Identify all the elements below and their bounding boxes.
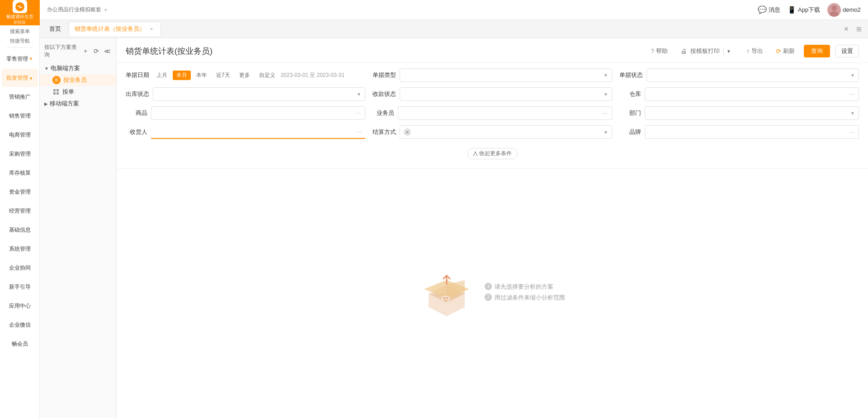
svg-rect-4 bbox=[57, 89, 59, 91]
refresh-btn[interactable]: ⟳ 刷新 bbox=[772, 45, 798, 57]
product-input[interactable]: ··· bbox=[151, 106, 365, 120]
collapse-panel-btn[interactable]: ≪ bbox=[103, 47, 112, 56]
tree-child-sales-rep[interactable]: 按 按业务员 bbox=[40, 74, 116, 86]
left-panel-header: 按以下方案查询 ＋ ⟳ ≪ bbox=[40, 42, 116, 62]
tab-home-label: 首页 bbox=[49, 25, 61, 33]
filter-row-4: 收货人 ··· 结算方式 × ▼ 品牌 bbox=[126, 125, 859, 139]
sidebar-item-appcenter[interactable]: 应用中心 bbox=[2, 297, 38, 315]
sidebar-item-finance[interactable]: 资金管理 bbox=[2, 183, 38, 201]
page-title: 销货单统计表(按业务员) bbox=[126, 46, 212, 57]
empty-step-1: 1 请先选择要分析的方案 bbox=[485, 283, 565, 291]
print-btn[interactable]: 🖨 按模板打印 ▼ bbox=[677, 43, 737, 59]
user-name: demo2 bbox=[843, 6, 861, 13]
filter-receipt-status: 收款状态 ▼ bbox=[373, 87, 612, 101]
svg-rect-3 bbox=[53, 89, 56, 91]
settings-btn[interactable]: 设置 bbox=[835, 45, 859, 57]
sidebar-item-system[interactable]: 系统管理 bbox=[2, 240, 38, 258]
sidebar-item-finance-label: 资金管理 bbox=[9, 188, 31, 196]
date-tab-custom[interactable]: 自定义 bbox=[255, 71, 279, 80]
tab-close-btn[interactable]: × bbox=[148, 25, 155, 33]
left-panel-icons: ＋ ⟳ ≪ bbox=[81, 47, 112, 56]
sidebar-item-purchase-label: 采购管理 bbox=[9, 150, 31, 158]
consignee-input[interactable]: ··· bbox=[151, 125, 365, 139]
main-area: 办公用品行业模拟账套 ▼ 💬 消息 📱 App下载 demo2 首页 bbox=[40, 0, 868, 418]
sidebar-item-sales-label: 销售管理 bbox=[9, 112, 31, 120]
date-filter: 上月 本月 本年 近7天 更多 自定义 2023-03-01 至 2023-03… bbox=[153, 71, 344, 80]
sidebar-item-purchase[interactable]: 采购管理 bbox=[2, 145, 38, 163]
message-btn[interactable]: 💬 消息 bbox=[758, 5, 780, 14]
avatar bbox=[827, 3, 841, 17]
empty-step-2-text: 用过滤条件来缩小分析范围 bbox=[495, 294, 565, 302]
settlement-input[interactable]: × ▼ bbox=[400, 125, 612, 139]
filter-settlement: 结算方式 × ▼ bbox=[373, 125, 612, 139]
help-btn[interactable]: ? 帮助 bbox=[647, 45, 671, 57]
app-download-btn[interactable]: 📱 App下载 bbox=[788, 6, 820, 14]
warehouse-input[interactable]: ··· bbox=[645, 87, 859, 101]
tree-group-desktop-label[interactable]: ▼ 电脑端方案 bbox=[40, 62, 116, 74]
date-label: 单据日期 bbox=[126, 71, 149, 79]
search-menu-label: 搜索菜单 bbox=[2, 28, 38, 35]
product-label: 商品 bbox=[126, 109, 147, 117]
sidebar-item-wechat[interactable]: 企业微信 bbox=[2, 316, 38, 334]
brand-dots-icon: ··· bbox=[849, 129, 855, 135]
sidebar-item-system-label: 系统管理 bbox=[9, 245, 31, 253]
settlement-clear-btn[interactable]: × bbox=[404, 128, 411, 136]
consignee-label: 收货人 bbox=[126, 128, 147, 136]
date-tab-more[interactable]: 更多 bbox=[236, 71, 254, 80]
warehouse-dots-icon: ··· bbox=[849, 91, 855, 97]
topbar-actions: 💬 消息 📱 App下载 demo2 bbox=[758, 3, 861, 17]
dept-label: 部门 bbox=[619, 109, 641, 117]
sidebar-item-marketing[interactable]: 营销推广 bbox=[2, 88, 38, 106]
tab-close-all-btn[interactable]: ✕ bbox=[841, 24, 852, 34]
sidebar-item-operations[interactable]: 经营管理 bbox=[2, 202, 38, 220]
receipt-status-input[interactable]: ▼ bbox=[400, 87, 612, 101]
sidebar-item-sales[interactable]: 销售管理 bbox=[2, 107, 38, 125]
user-avatar-btn[interactable]: demo2 bbox=[827, 3, 861, 17]
sidebar-item-marketing-label: 营销推广 bbox=[9, 93, 31, 101]
empty-steps: 1 请先选择要分析的方案 2 用过滤条件来缩小分析范围 bbox=[485, 283, 565, 304]
sidebar-item-retail[interactable]: 零售管理 ▼ bbox=[2, 50, 38, 68]
refresh-scheme-btn[interactable]: ⟳ bbox=[92, 47, 101, 56]
tree-group-mobile-label[interactable]: ▶ 移动端方案 bbox=[40, 98, 116, 109]
search-menu-btn[interactable]: 搜索菜单 bbox=[0, 25, 39, 36]
date-range-text: 2023-03-01 至 2023-03-31 bbox=[281, 71, 344, 79]
dept-input[interactable]: ▼ bbox=[645, 106, 859, 120]
sidebar-item-wholesale[interactable]: 批发管理 ▲ bbox=[2, 69, 38, 87]
date-tab-this-year[interactable]: 本年 bbox=[193, 71, 211, 80]
out-status-input[interactable]: ▼ bbox=[153, 87, 365, 101]
tree-child-by-order[interactable]: 按单 bbox=[40, 86, 116, 98]
add-scheme-btn[interactable]: ＋ bbox=[81, 47, 90, 56]
message-label: 消息 bbox=[769, 6, 780, 14]
date-tab-this-month[interactable]: 本月 bbox=[173, 71, 191, 80]
export-icon: ↑ bbox=[746, 48, 750, 55]
sidebar-item-ecom[interactable]: 电商管理 bbox=[2, 126, 38, 144]
tab-home[interactable]: 首页 bbox=[43, 22, 67, 36]
content-area: 按以下方案查询 ＋ ⟳ ≪ ▼ 电脑端方案 按 按业务员 bbox=[40, 38, 868, 418]
date-tab-last-month[interactable]: 上月 bbox=[153, 71, 171, 80]
tree-group-desktop-text: 电脑端方案 bbox=[51, 64, 80, 72]
sidebar-item-newbie[interactable]: 新手引导 bbox=[2, 278, 38, 296]
sidebar-item-basic[interactable]: 基础信息 bbox=[2, 221, 38, 239]
collapse-btn[interactable]: ⋀ 收起更多条件 bbox=[467, 148, 518, 159]
print-arrow-icon[interactable]: ▼ bbox=[723, 47, 734, 56]
sidebar-item-inventory-label: 库存核算 bbox=[9, 169, 31, 177]
filter-brand: 品牌 ··· bbox=[619, 125, 859, 139]
empty-inner: 1 请先选择要分析的方案 2 用过滤条件来缩小分析范围 bbox=[420, 271, 565, 316]
tab-maximize-btn[interactable]: ⊞ bbox=[854, 24, 864, 34]
sidebar-item-member[interactable]: 畅会员 bbox=[2, 335, 38, 353]
brand-input[interactable]: ··· bbox=[645, 125, 859, 139]
date-tab-last-7[interactable]: 近7天 bbox=[212, 71, 234, 80]
print-label: 按模板打印 bbox=[687, 45, 723, 57]
quick-nav-btn[interactable]: 快捷导航 bbox=[0, 36, 39, 45]
doc-status-input[interactable]: ▼ bbox=[646, 68, 859, 82]
doc-type-input[interactable]: ▼ bbox=[400, 68, 612, 82]
sidebar-item-inventory[interactable]: 库存核算 bbox=[2, 164, 38, 182]
app-subtext: 标账版 bbox=[14, 19, 26, 25]
tab-bar-actions: ✕ ⊞ bbox=[841, 24, 864, 34]
sales-rep-input[interactable]: ··· bbox=[398, 106, 612, 120]
export-btn[interactable]: ↑ 导出 bbox=[743, 45, 767, 57]
right-content: 销货单统计表(按业务员) ? 帮助 🖨 按模板打印 ▼ ↑ 导出 bbox=[117, 38, 868, 418]
query-btn[interactable]: 查询 bbox=[804, 45, 830, 57]
tab-sales-stat[interactable]: 销货单统计表（按业务员） × bbox=[69, 22, 161, 36]
sidebar-item-enterprise[interactable]: 企业协同 bbox=[2, 259, 38, 277]
